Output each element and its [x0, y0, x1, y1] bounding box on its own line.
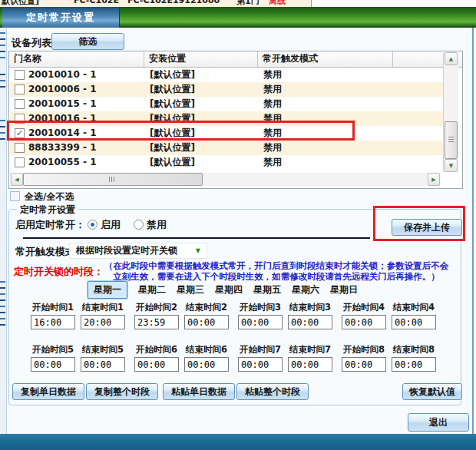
background-window-fragment — [0, 51, 5, 52]
weekday-tab[interactable]: 星期二 — [138, 281, 166, 299]
time-slot-column: 开始时间3 — [238, 302, 283, 329]
time-slot-group: 开始时间6结束时间6 — [134, 344, 229, 372]
scroll-down-icon[interactable]: ▼ — [445, 159, 458, 172]
horizontal-scrollbar[interactable]: ◀ ▶ — [10, 173, 441, 186]
thumb-grip — [109, 177, 116, 182]
time-slot-column: 开始时间5 — [31, 344, 75, 372]
scroll-left-icon[interactable]: ◀ — [11, 173, 23, 186]
location-cell: [默认位置] — [150, 141, 195, 155]
select-all-checkbox[interactable] — [10, 191, 20, 201]
time-input-start-8[interactable] — [342, 357, 386, 372]
period-note-line2: 立刻生效，需要在进入下个时段时生效，如需修改时段请首先远程关门后再操作。） — [89, 271, 464, 282]
chevron-down-icon[interactable]: ▼ — [196, 247, 200, 255]
row-checkbox[interactable] — [15, 157, 25, 167]
bottom-status-bar — [0, 434, 476, 450]
table-row[interactable]: 20010010 - 1[默认位置]禁用 — [10, 68, 443, 82]
location-cell: [默认位置] — [150, 97, 195, 111]
time-label: 开始时间2 — [134, 302, 179, 313]
row-checkbox[interactable] — [15, 143, 25, 153]
time-slot-column: 结束时间1 — [81, 302, 125, 329]
time-slot-column: 开始时间7 — [238, 344, 283, 372]
exit-button[interactable]: 退出 — [408, 413, 469, 432]
time-label: 开始时间1 — [31, 302, 75, 313]
vertical-scroll-thumb[interactable] — [445, 121, 458, 159]
trigger-mode-select[interactable]: 根据时段设置定时开关锁 ▼ — [69, 243, 207, 259]
column-location[interactable]: 安装位置 — [144, 51, 258, 67]
location-cell: [默认位置] — [150, 155, 195, 170]
background-window-fragment — [0, 132, 5, 134]
copy-whole-period-button[interactable]: 复制整个时段 — [86, 383, 158, 400]
time-slot-column: 结束时间6 — [184, 344, 229, 372]
tab-scheduled-open-settings[interactable]: 定时常开设置 — [2, 7, 120, 28]
background-window-fragment — [0, 324, 5, 326]
row-checkbox[interactable] — [15, 70, 25, 80]
column-door-name[interactable]: 门名称 — [9, 51, 144, 67]
paste-day-data-button[interactable]: 粘贴单日数据 — [163, 383, 235, 400]
time-label: 开始时间6 — [134, 344, 179, 356]
time-input-start-4[interactable] — [342, 315, 386, 329]
copy-paste-buttons: 复制单日数据复制整个时段粘贴单日数据粘贴整个时段 — [9, 383, 461, 400]
horizontal-scroll-thumb[interactable] — [23, 173, 203, 186]
time-label: 结束时间7 — [288, 344, 332, 356]
weekday-tab[interactable]: 星期日 — [330, 281, 358, 299]
time-input-end-8[interactable] — [392, 357, 436, 372]
row-highlight-box — [7, 121, 355, 141]
save-highlight-box — [373, 206, 465, 241]
row-checkbox[interactable] — [15, 99, 25, 109]
thumb-grip — [448, 137, 454, 144]
door-name-cell: 20010015 - 1 — [28, 97, 96, 111]
restore-defaults-button[interactable]: 恢复默认值 — [402, 383, 462, 400]
weekday-tab[interactable]: 星期一 — [88, 281, 127, 299]
row-checkbox[interactable] — [15, 84, 25, 94]
time-slot-group: 开始时间3结束时间3 — [238, 302, 332, 329]
time-slot-group: 开始时间8结束时间8 — [342, 344, 436, 372]
time-input-end-7[interactable] — [288, 357, 332, 372]
time-input-start-3[interactable] — [238, 315, 283, 329]
bg-serial-text: FC-C102E19121000 — [127, 0, 220, 5]
table-row[interactable]: 20010015 - 1[默认位置]禁用 — [10, 97, 443, 111]
time-input-start-6[interactable] — [134, 357, 179, 372]
time-input-end-1[interactable] — [81, 315, 125, 329]
background-window-fragment — [0, 38, 5, 40]
scroll-up-icon[interactable]: ▲ — [445, 52, 458, 65]
bg-strip-patch — [312, 0, 476, 7]
radio-enable[interactable] — [88, 220, 98, 230]
time-input-end-3[interactable] — [288, 315, 332, 329]
location-cell: [默认位置] — [150, 68, 195, 82]
weekday-tab[interactable]: 星期三 — [177, 281, 204, 299]
bg-offline-status: 离线 — [269, 0, 286, 7]
time-label: 结束时间5 — [81, 344, 125, 356]
background-window-fragment — [0, 74, 5, 75]
time-slot-column: 开始时间4 — [342, 302, 386, 329]
time-slot-column: 开始时间6 — [134, 344, 179, 372]
background-window-fragment — [0, 287, 5, 289]
time-slot-column: 结束时间4 — [392, 302, 436, 329]
scroll-right-icon[interactable]: ▶ — [428, 173, 440, 186]
table-row[interactable]: 20010006 - 1[默认位置]禁用 — [10, 82, 443, 97]
period-note-line1: （在此时段中需要根据触发模式常开，开门后直到时段结束时才能关锁；参数设置后不会 — [89, 260, 464, 271]
table-row[interactable]: 20010055 - 1[默认位置]禁用 — [10, 155, 443, 170]
filter-button[interactable]: 筛选 — [51, 33, 124, 50]
column-open-mode[interactable]: 常开触发模式 — [258, 51, 393, 67]
time-input-start-1[interactable] — [31, 315, 75, 329]
time-input-end-5[interactable] — [81, 357, 125, 372]
copy-day-data-button[interactable]: 复制单日数据 — [12, 383, 84, 400]
table-row[interactable]: 88833399 - 1[默认位置]禁用 — [10, 141, 443, 155]
time-input-start-5[interactable] — [31, 357, 75, 372]
time-input-end-2[interactable] — [184, 315, 229, 329]
weekday-tab[interactable]: 星期四 — [215, 281, 243, 299]
trigger-mode-value: 根据时段设置定时开关锁 — [76, 245, 177, 256]
weekday-tab[interactable]: 星期六 — [292, 281, 319, 299]
background-window-fragment — [0, 281, 5, 283]
radio-disable[interactable] — [134, 220, 144, 230]
app-window: 默认位置] FC-C102E FC-C102E19121000 第1门 离线 定… — [0, 0, 476, 450]
radio-disable-label[interactable]: 禁用 — [147, 218, 167, 232]
time-input-end-4[interactable] — [392, 315, 436, 329]
time-input-start-2[interactable] — [134, 315, 179, 329]
paste-whole-period-button[interactable]: 粘贴整个时段 — [236, 383, 309, 400]
weekday-tab[interactable]: 星期五 — [253, 281, 281, 299]
time-input-end-6[interactable] — [184, 357, 229, 372]
radio-enable-label[interactable]: 启用 — [101, 218, 121, 232]
vertical-scrollbar[interactable]: ▲ ▼ — [443, 52, 458, 172]
time-input-start-7[interactable] — [238, 357, 283, 372]
